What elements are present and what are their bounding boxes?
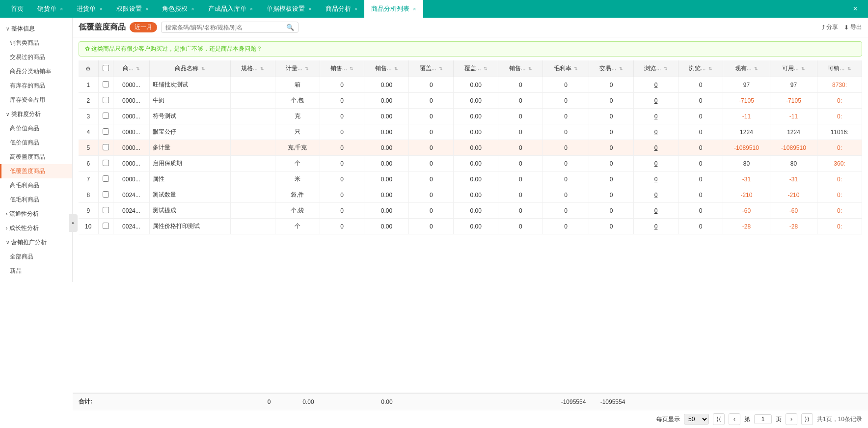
col-name[interactable]: 商品名称 ⇅ [150,60,230,77]
col-browse2[interactable]: 浏览... ⇅ [678,60,723,77]
page-size-select[interactable]: 50 100 200 [684,414,709,425]
row-checkbox-cell[interactable] [98,124,113,140]
col-saleable[interactable]: 可销... ⇅ [817,60,862,77]
col-checkbox[interactable] [98,60,113,77]
row-checkbox[interactable] [103,144,109,150]
sidebar-item-high-value[interactable]: 高价值商品 [0,121,72,136]
export-button[interactable]: ⬇ 导出 [844,23,862,31]
col-available[interactable]: 可用... ⇅ [770,60,817,77]
row-browse1[interactable]: 0 [634,187,678,203]
sidebar-item-category-rate[interactable]: 商品分类动销率 [0,64,72,79]
sidebar-collapse-button[interactable]: « [69,214,78,232]
row-browse1[interactable]: 0 [634,171,678,187]
row-checkbox-cell[interactable] [98,77,113,93]
col-unit[interactable]: 计量... ⇅ [275,60,320,77]
row-browse1[interactable]: 0 [634,93,678,109]
col-settings[interactable]: ⚙ [79,60,98,77]
sidebar-item-new-goods[interactable]: 新品 [0,264,72,278]
sidebar-section-overall[interactable]: ∨ 整体信息 [0,22,72,36]
search-icon[interactable]: 🔍 [286,24,294,31]
row-checkbox-cell[interactable] [98,109,113,124]
row-browse1[interactable]: 0 [634,109,678,124]
nav-close-role[interactable]: × [191,0,194,18]
row-checkbox-cell[interactable] [98,156,113,171]
sidebar-item-sales-goods[interactable]: 销售类商品 [0,36,72,50]
nav-purchase-order[interactable]: 进货单 × [70,0,109,18]
col-coverage1[interactable]: 覆盖... ⇅ [409,60,454,77]
row-checkbox[interactable] [103,160,109,166]
share-icon: ⤴ [822,24,825,31]
date-filter-button[interactable]: 近一月 [130,22,157,32]
sidebar-section-marketing[interactable]: ∨ 营销推广分析 [0,235,72,250]
nav-close-finished[interactable]: × [250,0,253,18]
window-close-button[interactable]: × [846,0,864,18]
row-unit: 个 [275,156,320,171]
sidebar-item-low-value[interactable]: 低价值商品 [0,136,72,150]
row-checkbox[interactable] [103,175,109,182]
nav-sales-order[interactable]: 销货单 × [30,0,70,18]
nav-goods-analysis-list[interactable]: 商品分析列表 × [364,0,423,18]
row-checkbox[interactable] [103,113,109,119]
row-checkbox[interactable] [103,81,109,87]
row-browse1[interactable]: 0 [634,203,678,219]
row-checkbox-cell[interactable] [98,140,113,156]
col-sales-qty[interactable]: 销售... ⇅ [320,60,364,77]
sidebar-item-traded-goods[interactable]: 交易过的商品 [0,50,72,64]
search-input[interactable] [165,24,284,31]
nav-template-setting[interactable]: 单据模板设置 × [260,0,318,18]
page-number-input[interactable] [754,414,772,424]
nav-close-analysis-list[interactable]: × [413,0,416,18]
row-checkbox[interactable] [103,223,109,229]
sidebar-item-stock-fund[interactable]: 库存资金占用 [0,93,72,107]
col-browse1[interactable]: 浏览... ⇅ [634,60,678,77]
row-browse1[interactable]: 0 [634,140,678,156]
page-last-button[interactable]: ⟩⟩ [801,413,813,425]
row-checkbox-cell[interactable] [98,219,113,234]
col-transaction[interactable]: 交易... ⇅ [589,60,634,77]
nav-permission[interactable]: 权限设置 × [109,0,155,18]
nav-close-purchase[interactable]: × [99,0,102,18]
row-checkbox[interactable] [103,97,109,103]
nav-close-sales-order[interactable]: × [60,0,63,18]
sidebar-section-cluster[interactable]: ∨ 类群度分析 [0,107,72,121]
row-checkbox-cell[interactable] [98,93,113,109]
nav-goods-analysis[interactable]: 商品分析 × [319,0,364,18]
row-checkbox-cell[interactable] [98,187,113,203]
nav-close-template[interactable]: × [308,0,311,18]
row-checkbox[interactable] [103,128,109,135]
nav-finished-goods[interactable]: 产成品入库单 × [201,0,260,18]
nav-role-auth[interactable]: 角色授权 × [155,0,201,18]
col-gross-margin[interactable]: 毛利率 ⇅ [543,60,589,77]
sidebar-item-low-profit[interactable]: 低毛利商品 [0,193,72,207]
row-checkbox[interactable] [103,207,109,213]
page-next-button[interactable]: › [786,413,797,425]
row-browse1[interactable]: 0 [634,219,678,234]
row-checkbox[interactable] [103,191,109,198]
sidebar-item-stocked-goods[interactable]: 有库存的商品 [0,79,72,93]
col-code[interactable]: 商... ⇅ [113,60,150,77]
col-sales-amount[interactable]: 销售... ⇅ [364,60,409,77]
row-browse1[interactable]: 0 [634,156,678,171]
sidebar-item-low-coverage[interactable]: 低覆盖度商品 [0,164,72,178]
nav-close-permission[interactable]: × [145,0,148,18]
sidebar-section-growth[interactable]: › 成长性分析 [0,221,72,235]
select-all-checkbox[interactable] [103,65,109,71]
row-checkbox-cell[interactable] [98,171,113,187]
col-sales-count[interactable]: 销售... ⇅ [498,60,543,77]
nav-home[interactable]: 首页 [4,0,30,18]
page-first-button[interactable]: ⟨⟨ [713,413,725,425]
sidebar-section-circulation[interactable]: › 流通性分析 [0,207,72,221]
sidebar-item-all-goods[interactable]: 全部商品 [0,250,72,264]
sidebar-item-high-profit[interactable]: 高毛利商品 [0,178,72,193]
row-checkbox-cell[interactable] [98,203,113,219]
share-button[interactable]: ⤴ 分享 [822,23,838,31]
nav-close-analysis[interactable]: × [354,0,357,18]
page-prev-button[interactable]: ‹ [729,413,740,425]
row-browse1[interactable]: 0 [634,124,678,140]
col-current-stock[interactable]: 现有... ⇅ [723,60,770,77]
row-browse1[interactable]: 0 [634,77,678,93]
header-actions: ⤴ 分享 ⬇ 导出 [822,23,862,31]
col-spec[interactable]: 规格... ⇅ [230,60,275,77]
col-coverage2[interactable]: 覆盖... ⇅ [454,60,498,77]
sidebar-item-high-coverage[interactable]: 高覆盖度商品 [0,150,72,164]
